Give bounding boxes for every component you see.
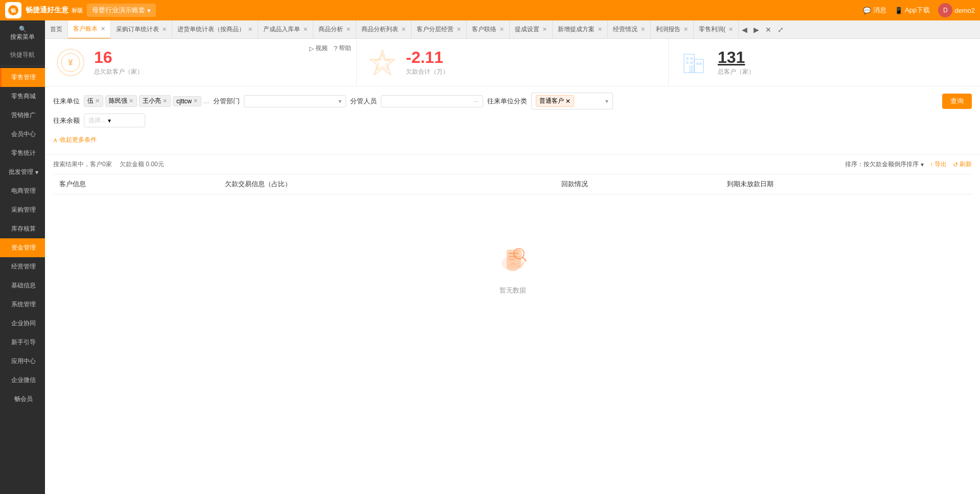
- sidebar-item-marketing[interactable]: 营销推广: [0, 106, 45, 125]
- svg-rect-20: [509, 259, 515, 260]
- export-btn[interactable]: ↑ 导出: [930, 160, 947, 169]
- sidebar-item-wholesale[interactable]: 批发管理 ▾: [0, 163, 45, 182]
- sidebar-item-enterprise-wechat[interactable]: 企业微信: [0, 371, 45, 390]
- company-filter-label: 往来单位: [53, 97, 80, 106]
- company-tag-cjttcw[interactable]: cjttcw ✕: [173, 96, 201, 106]
- help-link[interactable]: ? 帮助: [334, 44, 351, 53]
- tab-close-cost-entry[interactable]: ✕: [303, 26, 308, 33]
- tab-product-analysis-list[interactable]: 商品分析列表 ✕: [356, 20, 412, 39]
- sidebar-item-basic-info[interactable]: 基础信息: [0, 276, 45, 295]
- sidebar-item-finance[interactable]: 资金管理: [0, 238, 45, 257]
- tab-close-customer-contact[interactable]: ✕: [499, 26, 504, 33]
- sidebar-divider: [0, 65, 45, 66]
- sidebar-search[interactable]: 🔍 搜索菜单: [0, 20, 45, 47]
- tab-raise-settings[interactable]: 提成设置 ✕: [510, 20, 553, 39]
- tab-close-retail-profit[interactable]: ✕: [728, 26, 733, 33]
- collapse-button[interactable]: ∧ 收起更多条件: [53, 136, 972, 144]
- svg-text:¥: ¥: [69, 58, 73, 67]
- video-link[interactable]: ▷ 视频: [309, 44, 328, 53]
- department-filter-label: 分管部门: [213, 97, 240, 106]
- tab-cost-entry[interactable]: 产成品入库单 ✕: [258, 20, 313, 39]
- department-select[interactable]: ▾: [244, 95, 346, 107]
- tab-home[interactable]: 首页: [45, 20, 68, 39]
- balance-select[interactable]: 选择... ▾: [84, 114, 145, 127]
- tenant-selector[interactable]: 母婴行业演示账套 ▾: [87, 4, 156, 17]
- sidebar-item-purchase[interactable]: 采购管理: [0, 200, 45, 219]
- sidebar-item-app-center[interactable]: 应用中心: [0, 352, 45, 371]
- stat-customers-value: 16: [94, 49, 143, 65]
- classify-tag-normal[interactable]: 普通客户 ✕: [536, 95, 574, 107]
- sidebar-item-vip[interactable]: 畅会员: [0, 390, 45, 409]
- search-result-text: 搜索结果中，客户0家 欠款金额 0.00元: [53, 160, 164, 169]
- person-select[interactable]: ···: [381, 95, 483, 107]
- tab-customer-balance[interactable]: 客户账本 ✕: [68, 20, 111, 39]
- sidebar-item-system[interactable]: 系统管理: [0, 295, 45, 314]
- building-icon: [679, 47, 710, 78]
- query-button[interactable]: 查询: [942, 94, 972, 109]
- company-tag-chen-close[interactable]: ✕: [129, 98, 133, 104]
- tab-purchase-order[interactable]: 采购订单统计表 ✕: [111, 20, 172, 39]
- tab-customer-segment[interactable]: 客户分层经营 ✕: [412, 20, 467, 39]
- tab-close-stock-stats[interactable]: ✕: [248, 26, 253, 33]
- tab-operation-status[interactable]: 经营情况 ✕: [608, 20, 651, 39]
- user-menu[interactable]: D demo2: [938, 3, 975, 17]
- company-tag-cjttcw-close[interactable]: ✕: [193, 98, 198, 104]
- sidebar-item-enterprise-collab[interactable]: 企业协同: [0, 314, 45, 333]
- table-toolbar: 搜索结果中，客户0家 欠款金额 0.00元 排序：按欠款金额倒序排序 ▾ ↑ 导…: [53, 155, 972, 174]
- tab-nav-prev[interactable]: ◀: [739, 20, 750, 39]
- tab-close-operation-status[interactable]: ✕: [641, 26, 645, 33]
- company-tag-wu[interactable]: 伍 ✕: [84, 95, 103, 107]
- app-download-btn[interactable]: 📱 App下载: [895, 6, 930, 15]
- tab-customer-contact[interactable]: 客户联络 ✕: [467, 20, 510, 39]
- classify-tag-close[interactable]: ✕: [565, 98, 571, 105]
- diamond-star-icon: [367, 47, 398, 78]
- message-btn[interactable]: 💬 消息: [863, 6, 886, 15]
- stat-customers-label: 总欠款客户（家）: [94, 68, 143, 76]
- sidebar-item-operations[interactable]: 经营管理: [0, 257, 45, 276]
- empty-label: 暂无数据: [499, 286, 526, 295]
- sidebar-quick-nav[interactable]: 快捷导航: [0, 47, 45, 63]
- stat-debt-amount: -2.11 欠款合计（万）: [357, 39, 669, 86]
- tab-retail-profit[interactable]: 零售利润( ✕: [694, 20, 739, 39]
- company-tags-more[interactable]: ...: [203, 97, 209, 105]
- svg-rect-14: [699, 62, 702, 65]
- sidebar-item-ecommerce[interactable]: 电商管理: [0, 182, 45, 200]
- tab-close-profit-report[interactable]: ✕: [683, 26, 688, 33]
- tab-new-raise[interactable]: 新增提成方案 ✕: [553, 20, 608, 39]
- tab-close-customer-balance[interactable]: ✕: [101, 26, 105, 32]
- stat-customers-info: 16 总欠款客户（家）: [94, 49, 143, 76]
- tab-close-new-raise[interactable]: ✕: [598, 26, 602, 33]
- tab-nav-maximize[interactable]: ⤢: [774, 20, 787, 39]
- sidebar-item-retail-mgmt[interactable]: 零售管理: [0, 68, 45, 87]
- col-overdue-date: 到期未放款日期: [721, 174, 972, 194]
- tab-stock-stats[interactable]: 进货单统计表（按商品） ✕: [172, 20, 258, 39]
- sidebar-item-retail-mall[interactable]: 零售商城: [0, 87, 45, 106]
- sort-select[interactable]: 排序：按欠款金额倒序排序 ▾: [845, 160, 924, 169]
- company-tag-wang-close[interactable]: ✕: [163, 98, 167, 104]
- tab-close-purchase-order[interactable]: ✕: [162, 26, 167, 33]
- tab-close-raise-settings[interactable]: ✕: [542, 26, 547, 33]
- tab-close-product-analysis[interactable]: ✕: [346, 26, 351, 33]
- tab-nav-next[interactable]: ▶: [750, 20, 762, 39]
- tab-close-product-analysis-list[interactable]: ✕: [401, 26, 406, 33]
- sidebar: 🔍 搜索菜单 快捷导航 零售管理 零售商城 营销推广 会员中心 零售统计 批发管…: [0, 20, 45, 494]
- tab-nav-close-all[interactable]: ✕: [762, 20, 774, 39]
- stat-total-all-customers: 131 总客户（家）: [669, 39, 980, 86]
- refresh-btn[interactable]: ↺ 刷新: [953, 160, 972, 169]
- sidebar-item-inventory[interactable]: 库存核算: [0, 219, 45, 238]
- company-tag-wang[interactable]: 王小亮 ✕: [139, 95, 171, 107]
- company-tag-chen[interactable]: 陈民强 ✕: [105, 95, 137, 107]
- tab-product-analysis[interactable]: 商品分析 ✕: [313, 20, 356, 39]
- sidebar-item-retail-stats[interactable]: 零售统计: [0, 144, 45, 163]
- svg-rect-11: [686, 61, 689, 64]
- stat-debt-value: -2.11: [406, 49, 449, 65]
- table-toolbar-right: 排序：按欠款金额倒序排序 ▾ ↑ 导出 ↺ 刷新: [845, 160, 972, 169]
- empty-icon: [492, 235, 533, 278]
- tab-close-customer-segment[interactable]: ✕: [457, 26, 461, 33]
- balance-arrow: ▾: [108, 117, 111, 124]
- tab-profit-report[interactable]: 利润报告 ✕: [651, 20, 694, 39]
- classify-select[interactable]: 普通客户 ✕ ▾: [531, 93, 613, 109]
- sidebar-item-new-guide[interactable]: 新手引导: [0, 333, 45, 352]
- sidebar-item-member-center[interactable]: 会员中心: [0, 125, 45, 144]
- company-tag-wu-close[interactable]: ✕: [95, 98, 100, 104]
